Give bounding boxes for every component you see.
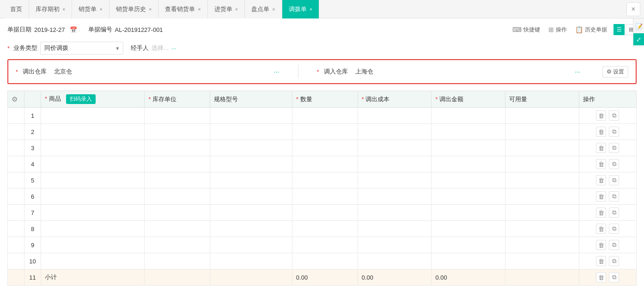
row-spec[interactable] — [210, 269, 292, 286]
calendar-icon[interactable]: 📅 — [70, 26, 77, 33]
row-product[interactable] — [41, 108, 145, 124]
delete-row-button[interactable]: 🗑 — [596, 224, 606, 234]
row-amount[interactable] — [431, 124, 505, 140]
row-cost[interactable] — [358, 124, 431, 140]
row-qty[interactable] — [292, 140, 358, 156]
row-unit[interactable] — [145, 189, 210, 205]
row-product[interactable] — [41, 205, 145, 221]
copy-row-button[interactable]: ⧉ — [609, 224, 619, 234]
operation-button[interactable]: ⊞ 操作 — [547, 25, 569, 35]
tab-sales-history[interactable]: 销货单历史 × — [109, 0, 158, 18]
row-spec[interactable] — [210, 253, 292, 269]
tab-inventory-check[interactable]: 盘点单 × — [245, 0, 282, 18]
copy-row-button[interactable]: ⧉ — [609, 110, 619, 121]
row-amount[interactable] — [431, 140, 505, 156]
row-product[interactable] — [41, 189, 145, 205]
row-qty[interactable] — [292, 124, 358, 140]
row-amount[interactable] — [431, 205, 505, 221]
row-spec[interactable] — [210, 221, 292, 237]
row-cost[interactable] — [358, 172, 431, 189]
row-unit[interactable] — [145, 237, 210, 253]
history-button[interactable]: 📋 历史单据 — [573, 25, 609, 35]
row-qty[interactable] — [292, 156, 358, 172]
sidebar-note-icon[interactable]: 📝 — [633, 20, 644, 32]
row-unit[interactable] — [145, 140, 210, 156]
table-gear-icon[interactable]: ⚙ — [12, 95, 18, 103]
in-warehouse-more[interactable]: ··· — [575, 68, 580, 75]
delete-row-button[interactable]: 🗑 — [596, 143, 606, 153]
list-view-button[interactable]: ☰ — [614, 24, 625, 35]
row-amount[interactable] — [431, 156, 505, 172]
copy-row-button[interactable]: ⧉ — [609, 143, 619, 153]
row-qty[interactable] — [292, 221, 358, 237]
tab-inventory-init[interactable]: 库存期初 × — [29, 0, 72, 18]
row-qty[interactable] — [292, 189, 358, 205]
row-amount[interactable] — [431, 172, 505, 189]
close-transfer[interactable]: × — [310, 6, 312, 12]
row-amount[interactable] — [431, 108, 505, 124]
row-amount[interactable] — [431, 189, 505, 205]
delete-row-button[interactable]: 🗑 — [596, 191, 606, 201]
tab-home[interactable]: 首页 — [4, 0, 29, 18]
tab-sales-order[interactable]: 销货单 × — [72, 0, 109, 18]
delete-row-button[interactable]: 🗑 — [596, 175, 606, 185]
row-qty[interactable] — [292, 205, 358, 221]
close-view-sales[interactable]: × — [198, 6, 200, 12]
row-cost[interactable] — [358, 156, 431, 172]
row-cost[interactable] — [358, 253, 431, 269]
row-unit[interactable] — [145, 253, 210, 269]
row-spec[interactable] — [210, 205, 292, 221]
row-spec[interactable] — [210, 124, 292, 140]
delete-row-button[interactable]: 🗑 — [596, 208, 606, 218]
row-cost[interactable] — [358, 108, 431, 124]
delete-row-button[interactable]: 🗑 — [596, 159, 606, 169]
row-spec[interactable] — [210, 237, 292, 253]
row-product[interactable] — [41, 140, 145, 156]
row-product[interactable] — [41, 221, 145, 237]
row-qty[interactable]: 0.00 — [292, 269, 358, 286]
copy-row-button[interactable]: ⧉ — [609, 191, 619, 201]
row-cost[interactable] — [358, 205, 431, 221]
row-product[interactable] — [41, 253, 145, 269]
person-input[interactable]: 选择... — [152, 44, 169, 52]
row-unit[interactable] — [145, 205, 210, 221]
close-inventory-init[interactable]: × — [62, 6, 65, 12]
row-amount[interactable]: 0.00 — [431, 269, 505, 286]
copy-row-button[interactable]: ⧉ — [609, 127, 619, 137]
row-qty[interactable] — [292, 108, 358, 124]
out-warehouse-more[interactable]: ··· — [274, 68, 279, 75]
row-amount[interactable] — [431, 221, 505, 237]
copy-row-button[interactable]: ⧉ — [609, 175, 619, 185]
person-more-icon[interactable]: ··· — [171, 45, 176, 52]
delete-row-button[interactable]: 🗑 — [596, 110, 606, 121]
close-sales-history[interactable]: × — [149, 6, 152, 12]
setting-button[interactable]: ⚙ 设置 — [602, 66, 628, 78]
row-cost[interactable] — [358, 189, 431, 205]
tab-purchase-order[interactable]: 进货单 × — [208, 0, 245, 18]
copy-row-button[interactable]: ⧉ — [609, 159, 619, 169]
copy-row-button[interactable]: ⧉ — [609, 240, 619, 250]
row-unit[interactable] — [145, 221, 210, 237]
shortcut-button[interactable]: ⌨ 快捷键 — [510, 25, 542, 35]
row-product[interactable] — [41, 237, 145, 253]
row-product[interactable]: 小计 — [41, 269, 145, 286]
delete-row-button[interactable]: 🗑 — [596, 240, 606, 250]
scan-button[interactable]: 扫码录入 — [66, 94, 96, 104]
row-product[interactable] — [41, 124, 145, 140]
tab-transfer[interactable]: 调拨单 × — [282, 0, 319, 18]
row-amount[interactable] — [431, 237, 505, 253]
sidebar-expand-icon[interactable]: ⤢ — [633, 33, 644, 45]
copy-row-button[interactable]: ⧉ — [609, 256, 619, 266]
tab-view-sales[interactable]: 查看销货单 × — [158, 0, 207, 18]
row-unit[interactable] — [145, 124, 210, 140]
row-unit[interactable] — [145, 172, 210, 189]
row-qty[interactable] — [292, 253, 358, 269]
business-type-select[interactable]: 同价调拨 ▾ — [40, 42, 123, 55]
row-spec[interactable] — [210, 189, 292, 205]
row-qty[interactable] — [292, 172, 358, 189]
delete-row-button[interactable]: 🗑 — [596, 272, 606, 282]
row-spec[interactable] — [210, 156, 292, 172]
row-spec[interactable] — [210, 172, 292, 189]
delete-row-button[interactable]: 🗑 — [596, 256, 606, 266]
copy-row-button[interactable]: ⧉ — [609, 208, 619, 218]
